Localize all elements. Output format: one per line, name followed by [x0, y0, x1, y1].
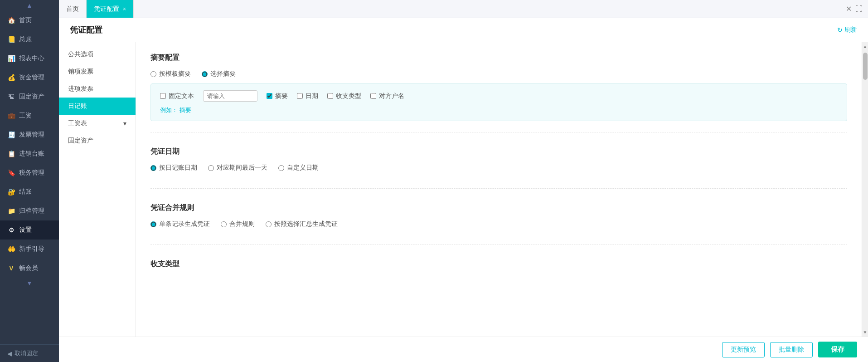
- sidebar-item-label: 资金管理: [19, 73, 44, 82]
- page-header: 凭证配置 ↻ 刷新: [59, 18, 868, 42]
- sidebar-scroll-up[interactable]: ▲: [0, 0, 59, 11]
- checkbox-payment-type-input[interactable]: [327, 93, 333, 99]
- sidebar-item-salary[interactable]: 💼 工资: [0, 106, 59, 125]
- sidebar-item-tax[interactable]: 🔖 税务管理: [0, 163, 59, 182]
- reports-icon: 📊: [7, 54, 15, 63]
- checkbox-fixed-text[interactable]: 固定文本: [160, 92, 194, 100]
- sidebar-item-reconcile[interactable]: 📋 进销台账: [0, 144, 59, 163]
- member-icon: V: [7, 264, 15, 272]
- checkbox-summary[interactable]: 摘要: [267, 92, 288, 100]
- tab-close-icon[interactable]: ×: [123, 6, 126, 12]
- radio-custom-date-input[interactable]: [278, 165, 284, 171]
- radio-single-record-input[interactable]: [150, 221, 156, 227]
- summary-section: 摘要配置 按模板摘要 选择摘要 固定文本: [150, 53, 847, 132]
- sidebar-item-label: 结账: [19, 188, 32, 196]
- radio-template-input[interactable]: [150, 71, 156, 77]
- radio-template-label: 按模板摘要: [159, 70, 191, 78]
- sidebar-item-home[interactable]: 🏠 首页: [0, 11, 59, 30]
- sidebar-item-label: 进销台账: [19, 150, 44, 158]
- main-area: 首页 凭证配置 × ✕ ⛶ 凭证配置 ↻ 刷新 公共选项 销项发票 进: [59, 0, 868, 362]
- tab-voucher-config[interactable]: 凭证配置 ×: [87, 0, 134, 18]
- sidebar-item-label: 畅会员: [19, 264, 38, 272]
- sidebar-item-label: 报表中心: [19, 54, 44, 63]
- radio-select-input[interactable]: [202, 71, 208, 77]
- radio-single-record[interactable]: 单条记录生成凭证: [150, 220, 210, 228]
- radio-merge-rule-input[interactable]: [221, 221, 227, 227]
- cancel-pin-label: 取消固定: [15, 349, 38, 357]
- tab-fullscreen-button[interactable]: ⛶: [855, 5, 863, 13]
- checkbox-summary-input[interactable]: [267, 93, 272, 99]
- ledger-icon: 📒: [7, 35, 15, 44]
- update-preview-button[interactable]: 更新预览: [722, 342, 765, 357]
- checkbox-counterpart-input[interactable]: [370, 93, 376, 99]
- radio-journal-date-input[interactable]: [150, 165, 156, 171]
- summary-config-box: 固定文本 摘要 日期 收支类型: [150, 83, 847, 121]
- summary-radio-row: 按模板摘要 选择摘要: [150, 70, 847, 78]
- sidebar-item-guide[interactable]: 🤲 新手引导: [0, 240, 59, 259]
- sidebar: ▲ 🏠 首页 📒 总账 📊 报表中心 💰 资金管理 🏗 固定资产 💼 工资 🧾 …: [0, 0, 59, 362]
- date-section-title: 凭证日期: [150, 147, 847, 157]
- radio-merge-rule[interactable]: 合并规则: [221, 220, 255, 228]
- sidebar-item-funds[interactable]: 💰 资金管理: [0, 68, 59, 87]
- save-button[interactable]: 保存: [818, 342, 857, 357]
- pin-icon: ◀: [7, 350, 12, 357]
- fixed-text-input[interactable]: [203, 90, 257, 102]
- sidebar-item-label: 发票管理: [19, 131, 44, 139]
- sidebar-item-settings[interactable]: ⚙ 设置: [0, 220, 59, 240]
- summary-checkbox-row: 固定文本 摘要 日期 收支类型: [160, 90, 838, 102]
- sidebar-item-member[interactable]: V 畅会员: [0, 259, 59, 278]
- left-nav-fixed-assets[interactable]: 固定资产: [59, 132, 136, 149]
- global-scrollbar[interactable]: ▲ ▼: [862, 42, 868, 337]
- refresh-icon: ↻: [837, 26, 843, 34]
- payment-type-section-title: 收支类型: [150, 259, 847, 269]
- summary-section-title: 摘要配置: [150, 53, 847, 63]
- sidebar-item-assets[interactable]: 🏗 固定资产: [0, 87, 59, 106]
- radio-last-day-input[interactable]: [208, 165, 214, 171]
- radio-select-merge-input[interactable]: [266, 221, 272, 227]
- checkbox-counterpart-label: 对方户名: [379, 92, 404, 100]
- merge-section: 凭证合并规则 单条记录生成凭证 合并规则 按照选择汇总生成凭证: [150, 203, 847, 245]
- sidebar-item-label: 首页: [19, 16, 32, 24]
- sidebar-scroll-down[interactable]: ▼: [0, 278, 59, 289]
- radio-custom-date[interactable]: 自定义日期: [278, 164, 319, 172]
- sidebar-item-archive[interactable]: 📁 归档管理: [0, 201, 59, 220]
- radio-template-summary[interactable]: 按模板摘要: [150, 70, 191, 78]
- right-content: 摘要配置 按模板摘要 选择摘要 固定文本: [136, 42, 862, 337]
- left-nav-public[interactable]: 公共选项: [59, 46, 136, 63]
- batch-delete-button[interactable]: 批量删除: [770, 342, 813, 357]
- guide-icon: 🤲: [7, 245, 15, 253]
- sidebar-item-label: 新手引导: [19, 245, 44, 253]
- example-text: 例如： 摘要: [160, 106, 838, 114]
- sidebar-item-label: 工资: [19, 112, 32, 120]
- radio-select-summary[interactable]: 选择摘要: [202, 70, 236, 78]
- cancel-pin-button[interactable]: ◀ 取消固定: [0, 344, 59, 362]
- tab-close-window-button[interactable]: ✕: [846, 5, 852, 13]
- left-nav: 公共选项 销项发票 进项发票 日记账 工资表 ▾ 固定资产: [59, 42, 136, 337]
- sidebar-item-closing[interactable]: 🔐 结账: [0, 182, 59, 201]
- left-nav-payroll[interactable]: 工资表 ▾: [59, 115, 136, 132]
- scroll-up-arrow[interactable]: ▲: [862, 42, 868, 51]
- checkbox-counterpart[interactable]: 对方户名: [370, 92, 404, 100]
- radio-select-merge[interactable]: 按照选择汇总生成凭证: [266, 220, 338, 228]
- refresh-button[interactable]: ↻ 刷新: [837, 26, 857, 34]
- radio-last-day-label: 对应期间最后一天: [217, 164, 267, 172]
- sidebar-item-ledger[interactable]: 📒 总账: [0, 30, 59, 49]
- checkbox-payment-type[interactable]: 收支类型: [327, 92, 361, 100]
- left-nav-journal[interactable]: 日记账: [59, 98, 136, 115]
- checkbox-date[interactable]: 日期: [297, 92, 318, 100]
- tab-home[interactable]: 首页: [59, 0, 87, 18]
- scroll-down-arrow[interactable]: ▼: [862, 328, 868, 337]
- radio-last-day[interactable]: 对应期间最后一天: [208, 164, 267, 172]
- left-nav-sales-invoice[interactable]: 销项发票: [59, 63, 136, 80]
- sidebar-item-label: 归档管理: [19, 207, 44, 215]
- left-nav-purchase-invoice[interactable]: 进项发票: [59, 80, 136, 98]
- sidebar-item-reports[interactable]: 📊 报表中心: [0, 49, 59, 68]
- radio-journal-date[interactable]: 按日记账日期: [150, 164, 197, 172]
- sidebar-item-invoices[interactable]: 🧾 发票管理: [0, 125, 59, 144]
- sidebar-item-label: 税务管理: [19, 169, 44, 177]
- salary-icon: 💼: [7, 112, 15, 120]
- scroll-thumb[interactable]: [863, 53, 868, 80]
- checkbox-fixed-text-input[interactable]: [160, 93, 166, 99]
- funds-icon: 💰: [7, 73, 15, 82]
- checkbox-date-input[interactable]: [297, 93, 303, 99]
